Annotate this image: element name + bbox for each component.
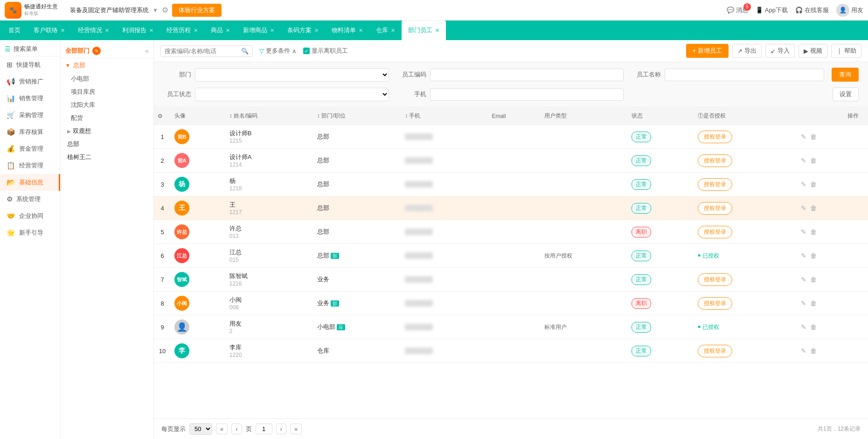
delete-icon[interactable]: 🗑 — [810, 276, 817, 283]
dept-collapse-icon[interactable]: « — [145, 47, 149, 55]
tab-goods[interactable]: 商品 ✕ — [204, 21, 236, 40]
show-resigned-toggle[interactable]: ✓ 显示离职员工 — [303, 47, 348, 55]
row-auth[interactable]: 授权登录 — [694, 268, 797, 292]
dept-item-xiaodianbU[interactable]: 小电部 — [61, 72, 153, 85]
dept-select[interactable] — [195, 68, 389, 82]
more-filter-button[interactable]: ▽ 更多条件 ∧ — [257, 45, 299, 56]
dept-group-shuanglu[interactable]: ▶ 双鹿想 — [61, 125, 153, 138]
row-auth[interactable]: 授权登录 — [694, 220, 797, 244]
emp-code-input[interactable] — [430, 69, 624, 81]
reset-button[interactable]: 设置 — [833, 87, 859, 101]
edit-icon[interactable]: ✎ — [801, 300, 806, 307]
dept-item-peihuo[interactable]: 配货 — [61, 111, 153, 125]
close-icon[interactable]: ✕ — [61, 28, 65, 34]
prev-page-button[interactable]: ‹ — [231, 424, 242, 434]
nav-item-basic[interactable]: 📂 基础信息 — [0, 174, 60, 191]
col-name-code[interactable]: ↕ 姓名/编码 — [226, 107, 313, 125]
nav-item-purchase[interactable]: 🛒 采购管理 — [0, 107, 60, 124]
edit-icon[interactable]: ✎ — [801, 181, 806, 188]
close-icon[interactable]: ✕ — [391, 28, 395, 34]
tab-employees[interactable]: 部门员工 ✕ — [402, 21, 446, 40]
auth-button[interactable]: 授权登录 — [698, 202, 732, 215]
trial-button[interactable]: 体验行业方案 — [172, 4, 222, 17]
edit-icon[interactable]: ✎ — [801, 252, 806, 259]
close-icon[interactable]: ✕ — [359, 28, 363, 34]
delete-icon[interactable]: 🗑 — [810, 252, 817, 259]
service-button[interactable]: 🎧 在线客服 — [795, 6, 829, 14]
page-size-select[interactable]: 50 — [189, 423, 212, 435]
dept-group-zongbu2[interactable]: 总部 — [61, 138, 153, 151]
auth-button[interactable]: 授权登录 — [698, 154, 732, 167]
dept-group-zhishu[interactable]: 植树王二 — [61, 151, 153, 164]
nav-item-finance[interactable]: 💰 资金管理 — [0, 140, 60, 157]
tab-profit[interactable]: 利润报告 ✕ — [116, 21, 160, 40]
delete-icon[interactable]: 🗑 — [810, 204, 817, 212]
nav-item-inventory[interactable]: 📦 库存核算 — [0, 124, 60, 140]
emp-name-input[interactable] — [665, 69, 824, 81]
auth-button[interactable]: 授权登录 — [698, 131, 732, 143]
edit-icon[interactable]: ✎ — [801, 323, 806, 331]
close-icon[interactable]: ✕ — [149, 28, 153, 34]
first-page-button[interactable]: « — [216, 424, 228, 434]
row-auth[interactable]: 授权登录 — [694, 196, 797, 220]
nav-item-marketing[interactable]: 📢 营销推广 — [0, 73, 60, 90]
col-settings[interactable]: ⚙ — [154, 107, 171, 125]
edit-icon[interactable]: ✎ — [801, 228, 806, 236]
tab-operation[interactable]: 经营情况 ✕ — [71, 21, 116, 40]
query-button[interactable]: 查询 — [832, 68, 859, 82]
auth-button[interactable]: 授权登录 — [698, 273, 732, 286]
close-icon[interactable]: ✕ — [194, 28, 198, 34]
row-auth[interactable]: 授权登录 — [694, 339, 797, 363]
delete-icon[interactable]: 🗑 — [810, 181, 817, 188]
delete-icon[interactable]: 🗑 — [810, 347, 817, 355]
edit-icon[interactable]: ✎ — [801, 133, 806, 140]
tab-home[interactable]: 首页 — [2, 21, 27, 40]
tab-warehouse[interactable]: 仓库 ✕ — [369, 21, 402, 40]
nav-item-guide[interactable]: 🌟 新手引导 — [0, 224, 60, 241]
close-icon[interactable]: ✕ — [226, 28, 230, 34]
dropdown-arrow-icon[interactable]: ▼ — [153, 7, 158, 14]
add-employee-button[interactable]: + 新增员工 — [686, 44, 729, 58]
import-button[interactable]: ↙ 导入 — [765, 44, 795, 58]
search-input[interactable] — [165, 48, 239, 55]
app-download-button[interactable]: 📱 App下载 — [756, 6, 788, 14]
tab-bom[interactable]: 物料清单 ✕ — [325, 21, 369, 40]
auth-button[interactable]: 授权登录 — [698, 345, 732, 357]
user-menu[interactable]: 👤 用友 — [836, 4, 863, 17]
edit-icon[interactable]: ✎ — [801, 276, 806, 283]
emp-status-select[interactable] — [195, 88, 389, 101]
row-auth[interactable]: 授权登录 — [694, 292, 797, 315]
delete-icon[interactable]: 🗑 — [810, 157, 817, 164]
close-icon[interactable]: ✕ — [314, 28, 319, 34]
tab-history[interactable]: 经营历程 ✕ — [160, 21, 204, 40]
edit-icon[interactable]: ✎ — [801, 347, 806, 355]
page-input[interactable] — [256, 424, 272, 434]
tab-barcode[interactable]: 条码方案 ✕ — [281, 21, 325, 40]
nav-item-collab[interactable]: 🤝 企业协同 — [0, 208, 60, 224]
dept-item-shenyang[interactable]: 沈阳大库 — [61, 98, 153, 111]
dept-item-project[interactable]: 项目库房 — [61, 85, 153, 98]
delete-icon[interactable]: 🗑 — [810, 133, 817, 140]
message-button[interactable]: 💬 消息 5 — [727, 6, 748, 14]
delete-icon[interactable]: 🗑 — [810, 228, 817, 236]
gear-icon[interactable]: ⚙ — [162, 6, 168, 14]
nav-item-business[interactable]: 📋 经营管理 — [0, 157, 60, 174]
auth-button[interactable]: 授权登录 — [698, 226, 732, 238]
next-page-button[interactable]: › — [276, 424, 286, 434]
close-icon[interactable]: ✕ — [435, 28, 439, 34]
auth-button[interactable]: 授权登录 — [698, 297, 732, 310]
nav-item-shortcut[interactable]: ⊞ 快捷导航 — [0, 56, 60, 73]
close-icon[interactable]: ✕ — [105, 28, 109, 34]
video-button[interactable]: ▶ 视频 — [799, 44, 827, 58]
phone-input[interactable] — [430, 88, 624, 101]
auth-button[interactable]: 授权登录 — [698, 178, 732, 191]
delete-icon[interactable]: 🗑 — [810, 300, 817, 307]
tab-new-goods[interactable]: 新增商品 ✕ — [236, 21, 281, 40]
help-button[interactable]: ｜ 帮助 — [831, 44, 861, 58]
nav-item-sales[interactable]: 📊 销售管理 — [0, 90, 60, 107]
col-phone[interactable]: ↕ 手机 — [401, 107, 488, 125]
tab-customer[interactable]: 客户联络 ✕ — [27, 21, 71, 40]
row-auth[interactable]: 授权登录 — [694, 149, 797, 173]
dept-group-zongbu[interactable]: ▼ 总部 — [61, 58, 153, 72]
row-auth[interactable]: 授权登录 — [694, 173, 797, 196]
